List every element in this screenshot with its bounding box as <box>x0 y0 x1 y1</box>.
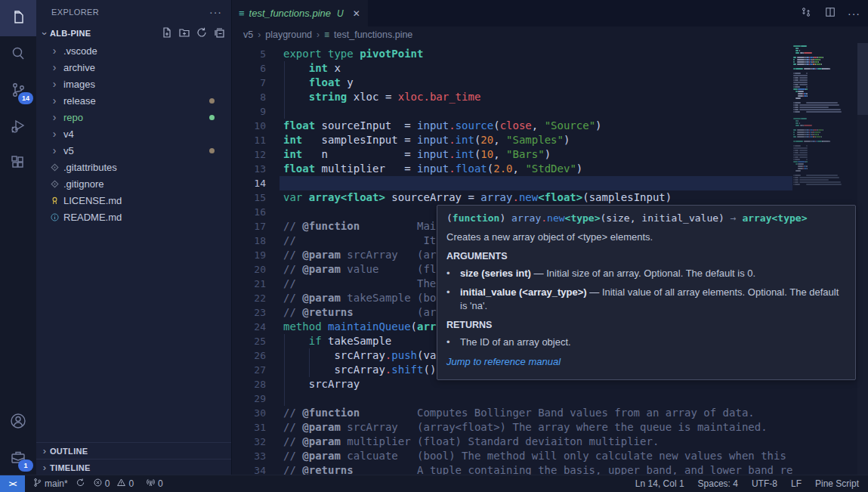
line-number[interactable]: 11 <box>231 133 266 147</box>
panel-outline[interactable]: ›OUTLINE <box>36 442 231 459</box>
line-number[interactable]: 10 <box>231 119 266 133</box>
activity-search[interactable] <box>0 36 36 73</box>
activity-explorer[interactable] <box>0 0 36 36</box>
minimap-line <box>799 79 808 81</box>
tree-item-v4[interactable]: ›v4 <box>36 125 231 142</box>
line-number[interactable]: 34 <box>231 463 266 475</box>
line-number[interactable]: 20 <box>231 262 266 277</box>
tree-item-v5[interactable]: ›v5 <box>36 142 231 159</box>
status-language-mode[interactable]: Pine Script <box>815 478 859 489</box>
line-number[interactable]: 8 <box>231 90 266 104</box>
activity-run-debug[interactable] <box>0 109 36 145</box>
tree-item-archive[interactable]: ›archive <box>36 59 231 76</box>
more-actions-icon[interactable]: ··· <box>848 8 860 20</box>
tree-item-repo[interactable]: ›repo <box>36 109 231 125</box>
minimap-line <box>793 147 808 149</box>
workspace-section-header[interactable]: › ALB-PINE <box>36 24 231 42</box>
code-line-12[interactable]: 12int n = input.int(10, "Bars") <box>231 147 792 162</box>
code-line-32[interactable]: 32// @param multiplier (float) Standard … <box>231 435 792 449</box>
line-number[interactable]: 21 <box>231 277 266 291</box>
tree-item--gitattributes[interactable]: .gitattributes <box>36 159 231 175</box>
line-number[interactable]: 25 <box>231 334 266 348</box>
line-number[interactable]: 27 <box>231 363 266 377</box>
tree-item-images[interactable]: ›images <box>36 76 231 92</box>
status-indentation[interactable]: Spaces: 4 <box>698 478 738 489</box>
problems-item[interactable]: 0 0 <box>93 478 134 490</box>
ports-item[interactable]: 0 <box>146 478 163 490</box>
line-number[interactable]: 30 <box>231 406 266 420</box>
scrollbar[interactable] <box>857 43 868 475</box>
line-number[interactable]: 32 <box>231 435 266 449</box>
line-number[interactable]: 29 <box>231 391 266 406</box>
tree-item-license-md[interactable]: LICENSE.md <box>36 192 231 209</box>
line-number[interactable]: 24 <box>231 320 266 334</box>
line-number[interactable]: 18 <box>231 234 266 248</box>
activity-source-control[interactable]: 14 <box>0 73 36 109</box>
line-number[interactable]: 31 <box>231 420 266 435</box>
collapse-all-icon[interactable] <box>213 26 225 41</box>
code-line-6[interactable]: 6 int x <box>231 61 792 76</box>
code-line-34[interactable]: 34// @returns A tuple containing the bas… <box>231 463 792 475</box>
breadcrumb-item[interactable]: playground <box>265 29 312 40</box>
tree-item-release[interactable]: ›release <box>36 92 231 109</box>
refresh-icon[interactable] <box>196 26 208 41</box>
tree-item--vscode[interactable]: ›.vscode <box>36 42 231 59</box>
line-number[interactable]: 7 <box>231 76 266 90</box>
line-number[interactable]: 28 <box>231 377 266 391</box>
activity-briefcase[interactable]: 1 <box>0 440 36 476</box>
line-number[interactable]: 13 <box>231 162 266 176</box>
sync-button[interactable] <box>76 478 85 490</box>
status-cursor-position[interactable]: Ln 14, Col 1 <box>635 478 684 489</box>
line-number[interactable]: 6 <box>231 61 266 76</box>
line-number[interactable]: 23 <box>231 305 266 320</box>
code-line-14[interactable]: 14 <box>231 176 792 190</box>
explorer-sidebar: EXPLORER ··· › ALB-PINE ›.vscode›archive… <box>36 0 232 475</box>
breadcrumb-item[interactable]: test_functions.pine <box>334 29 412 40</box>
line-number[interactable]: 5 <box>231 47 266 61</box>
minimap-line <box>795 97 800 99</box>
line-number[interactable]: 17 <box>231 219 266 234</box>
code-line-30[interactable]: 30// @function Computes Bollinger Band v… <box>231 406 792 420</box>
line-number[interactable]: 12 <box>231 147 266 162</box>
tree-item-readme-md[interactable]: README.md <box>36 209 231 225</box>
scrollbar-thumb[interactable] <box>857 43 868 115</box>
code-line-10[interactable]: 10float sourceInput = input.source(close… <box>231 119 792 133</box>
new-file-icon[interactable] <box>161 26 173 41</box>
code-line-15[interactable]: 15var array<float> sourceArray = array.n… <box>231 190 792 205</box>
code-line-33[interactable]: 33// @param calcuate (bool) The method w… <box>231 449 792 463</box>
activity-extensions[interactable] <box>0 145 36 181</box>
compare-changes-icon[interactable] <box>799 5 813 21</box>
status-eol[interactable]: LF <box>791 478 802 489</box>
line-number[interactable]: 22 <box>231 291 266 305</box>
tree-item--gitignore[interactable]: .gitignore <box>36 175 231 192</box>
line-number[interactable]: 16 <box>231 205 266 219</box>
split-editor-icon[interactable] <box>823 5 837 21</box>
code-line-11[interactable]: 11int samplesInput = input.int(20, "Samp… <box>231 133 792 147</box>
close-icon[interactable]: ✕ <box>353 8 360 19</box>
breadcrumb-item[interactable]: v5 <box>243 29 253 40</box>
line-number[interactable]: 14 <box>231 176 266 190</box>
line-number[interactable]: 33 <box>231 449 266 463</box>
code-line-9[interactable]: 9 <box>231 104 792 119</box>
line-number[interactable]: 9 <box>231 104 266 119</box>
code-line-31[interactable]: 31// @param srcArray (array<float>) The … <box>231 420 792 435</box>
code-line-7[interactable]: 7 float y <box>231 76 792 90</box>
code-line-13[interactable]: 13float multiplier = input.float(2.0, "S… <box>231 162 792 176</box>
activity-account[interactable] <box>0 404 36 440</box>
panel-timeline[interactable]: ›TIMELINE <box>36 459 231 475</box>
reference-manual-link[interactable]: Jump to reference manual <box>446 356 846 367</box>
git-branch-item[interactable]: main* <box>32 478 68 490</box>
error-count: 0 <box>105 478 110 489</box>
code-line-8[interactable]: 8 string xloc = xloc.bar_time <box>231 90 792 104</box>
code-line-5[interactable]: 5export type pivotPoint <box>231 47 792 61</box>
more-actions-icon[interactable]: ··· <box>209 6 222 18</box>
code-line-29[interactable]: 29 <box>231 391 792 406</box>
line-number[interactable]: 26 <box>231 348 266 363</box>
status-encoding[interactable]: UTF-8 <box>752 478 777 489</box>
line-number[interactable]: 15 <box>231 190 266 205</box>
tab-test-functions[interactable]: ≡ test_functions.pine U ✕ <box>231 0 368 26</box>
minimap-line <box>797 59 805 60</box>
remote-indicator[interactable]: >< <box>0 475 25 492</box>
line-number[interactable]: 19 <box>231 248 266 262</box>
new-folder-icon[interactable] <box>178 26 190 41</box>
